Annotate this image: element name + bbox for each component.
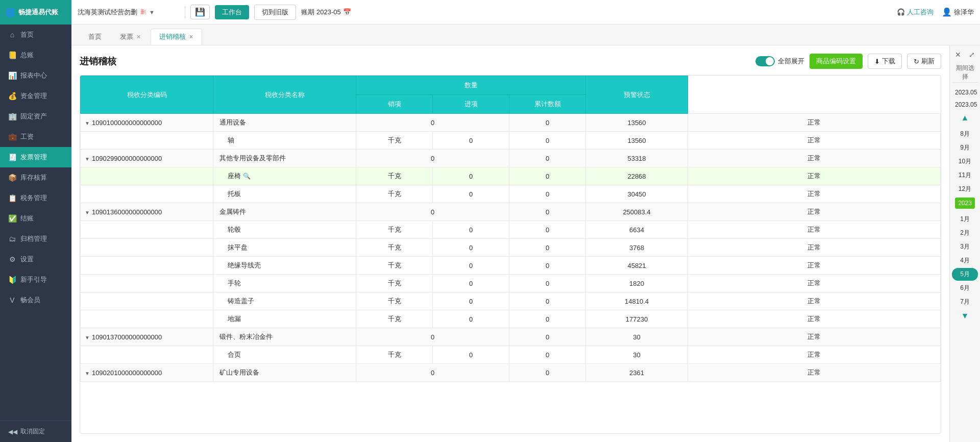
th-tax-name: 税收分类名称: [213, 76, 356, 114]
period-title: 期间选择: [952, 62, 978, 83]
service-button[interactable]: 🎧 人工咨询: [897, 8, 934, 17]
download-button[interactable]: ⬇ 下载: [868, 54, 902, 69]
cell-sales: 0: [433, 221, 509, 239]
product-code-setting-button[interactable]: 商品编码设置: [810, 54, 863, 69]
period-8[interactable]: 8月: [952, 128, 978, 140]
period-12[interactable]: 12月: [952, 183, 978, 195]
period-item-top-1[interactable]: 2023.05: [952, 87, 978, 98]
logo-icon: 🌀: [5, 8, 15, 17]
collapse-icon[interactable]: ▼: [85, 156, 90, 162]
th-total: 累计数额: [509, 95, 586, 114]
workbench-button[interactable]: 工作台: [215, 5, 249, 19]
period-9[interactable]: 9月: [952, 141, 978, 154]
search-icon[interactable]: 🔍: [243, 173, 251, 180]
period-5[interactable]: 5月: [952, 268, 978, 281]
calendar-icon[interactable]: 📅: [343, 8, 351, 16]
sidebar-item-guide[interactable]: 🔰 新手引导: [0, 269, 71, 290]
sidebar-item-label: 资金管理: [20, 91, 47, 101]
cell-purchase: 0: [509, 150, 586, 167]
logo-text: 畅捷通易代账: [18, 8, 58, 17]
sidebar-item-archive[interactable]: 🗂 归档管理: [0, 229, 71, 249]
cell-sales: 0: [433, 239, 509, 257]
sidebar-item-settings[interactable]: ⚙ 设置: [0, 249, 71, 269]
cell-code: [81, 310, 213, 328]
period-nav-down[interactable]: ▼: [960, 310, 970, 322]
page-title: 进销稽核: [80, 55, 116, 67]
period-1[interactable]: 1月: [952, 213, 978, 226]
collapse-icon[interactable]: ▼: [85, 120, 90, 126]
period-6[interactable]: 6月: [952, 282, 978, 294]
cell-unit: 千克: [356, 310, 433, 328]
sidebar-item-tax[interactable]: 📋 税务管理: [0, 188, 71, 208]
period-7[interactable]: 7月: [952, 296, 978, 308]
th-purchase: 进项: [433, 95, 509, 114]
tab-invoice[interactable]: 发票 ✕: [111, 29, 150, 45]
sidebar-item-label: 发票管理: [20, 153, 47, 162]
sidebar-item-salary[interactable]: 💼 工资: [0, 127, 71, 147]
cell-unit: 千克: [356, 132, 433, 150]
period-11[interactable]: 11月: [952, 169, 978, 182]
data-table-wrap[interactable]: 税收分类编码 税收分类名称 数量 预警状态 销项 进项 累计数额 ▼10: [80, 75, 941, 434]
cell-purchase: 0: [509, 239, 586, 257]
data-table: 税收分类编码 税收分类名称 数量 预警状态 销项 进项 累计数额 ▼10: [80, 76, 941, 382]
collapse-icon[interactable]: ▼: [85, 371, 90, 376]
sidebar-item-home[interactable]: ⌂ 首页: [0, 24, 71, 45]
sidebar-unpin[interactable]: ◀◀ 取消固定: [0, 421, 71, 442]
company-dropdown-icon[interactable]: ▼: [149, 9, 155, 15]
year-2023[interactable]: 2023: [955, 198, 975, 209]
page-header: 进销稽核 全部展开 商品编码设置 ⬇ 下载 ↻ 刷新: [80, 54, 941, 69]
cell-purchase: 0: [509, 167, 586, 185]
period-2[interactable]: 2月: [952, 227, 978, 239]
tab-reconcile[interactable]: 进销稽核 ✕: [151, 29, 202, 45]
tab-reconcile-close[interactable]: ✕: [189, 34, 193, 40]
cell-purchase: 0: [509, 275, 586, 292]
save-button[interactable]: 💾: [190, 5, 210, 19]
cell-purchase: 0: [509, 328, 586, 346]
cell-sales: 0: [433, 292, 509, 310]
cell-unit: 千克: [356, 292, 433, 310]
panel-expand-button[interactable]: ⤢: [966, 50, 978, 60]
sidebar-item-reports[interactable]: 📊 报表中心: [0, 65, 71, 86]
period-4[interactable]: 4月: [952, 254, 978, 267]
cell-name: 通用设备: [213, 114, 356, 132]
th-quantity: 数量: [356, 76, 586, 95]
period-3[interactable]: 3月: [952, 240, 978, 253]
period-10[interactable]: 10月: [952, 155, 978, 168]
refresh-button[interactable]: ↻ 刷新: [907, 54, 941, 69]
expand-all-toggle[interactable]: [755, 56, 775, 66]
cell-name: 矿山专用设备: [213, 364, 356, 382]
settle-icon: ✅: [8, 214, 16, 223]
cell-purchase: 0: [509, 185, 586, 203]
sidebar-item-vip[interactable]: V 畅会员: [0, 290, 71, 310]
user-icon: 👤: [942, 7, 952, 17]
collapse-icon[interactable]: ▼: [85, 335, 90, 340]
sidebar-item-label: 税务管理: [20, 193, 47, 203]
tab-home[interactable]: 首页: [80, 29, 110, 45]
sidebar-item-inventory[interactable]: 📦 库存核算: [0, 167, 71, 188]
panel-close-button[interactable]: ✕: [952, 50, 964, 60]
sidebar-item-assets[interactable]: 🏢 固定资产: [0, 106, 71, 127]
period-label: 账期: [301, 8, 314, 17]
company-selector[interactable]: 沈海英测试经营勿删 删 ▼: [78, 8, 180, 17]
cell-unit: 千克: [356, 239, 433, 257]
user-menu[interactable]: 👤 徐泽华: [942, 7, 974, 17]
sidebar-item-label: 首页: [20, 30, 34, 39]
cell-sales: 0: [433, 185, 509, 203]
period-nav-up[interactable]: ▲: [960, 112, 970, 124]
switch-version-button[interactable]: 切到旧版: [254, 5, 296, 20]
period-item-top-2[interactable]: 2023.05: [952, 99, 978, 110]
collapse-icon[interactable]: ▼: [85, 210, 90, 215]
user-name: 徐泽华: [954, 8, 974, 17]
sidebar-item-settle[interactable]: ✅ 结账: [0, 208, 71, 229]
inventory-icon: 📦: [8, 174, 16, 182]
funds-icon: 💰: [8, 92, 16, 100]
cell-code: ▼1090100000000000000: [81, 114, 213, 132]
cell-name: 金属铸件: [213, 203, 356, 221]
sidebar-item-ledger[interactable]: 📒 总账: [0, 45, 71, 65]
sidebar-item-invoice[interactable]: 🧾 发票管理: [0, 147, 71, 167]
period-list-top: 2023.05 2023.05: [952, 87, 978, 110]
sidebar-item-funds[interactable]: 💰 资金管理: [0, 86, 71, 106]
sidebar-item-label: 结账: [20, 214, 34, 223]
tab-invoice-close[interactable]: ✕: [136, 34, 141, 40]
th-tax-code: 税收分类编码: [81, 76, 213, 114]
